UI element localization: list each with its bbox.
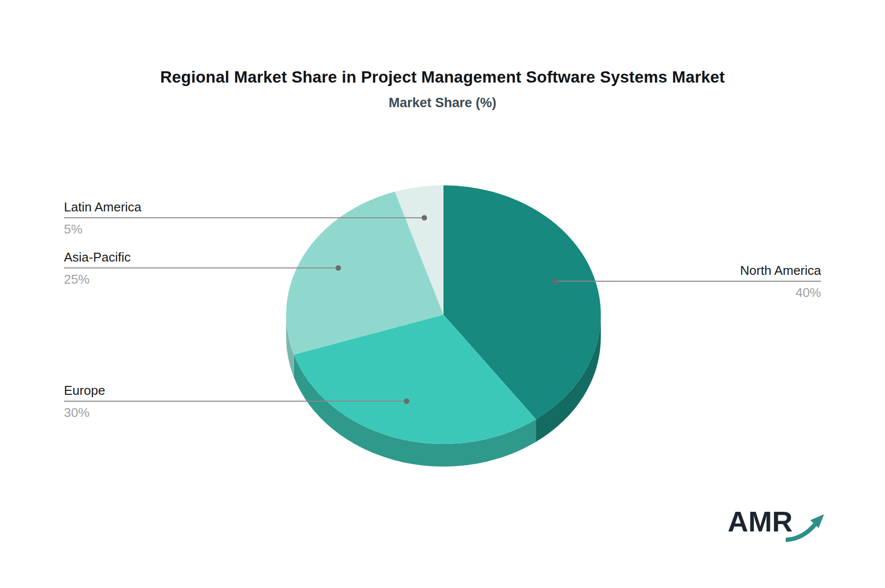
callout-dot-europe [404,399,410,404]
callout-latin-america: Latin America 5% [64,200,142,236]
callout-value: 40% [740,285,821,300]
chart-canvas: Regional Market Share in Project Managem… [0,0,885,588]
callout-label: Europe [64,383,105,398]
callout-dot-latin-america [422,215,427,221]
callout-north-america: North America 40% [740,263,821,300]
callout-dot-asia-pacific [336,265,341,271]
callout-label: Latin America [64,200,142,214]
callout-europe: Europe 30% [64,383,105,420]
amr-logo: AMR [728,507,831,543]
callout-label: Asia-Pacific [64,250,131,265]
callout-dot-north-america [553,279,558,284]
callout-asia-pacific: Asia-Pacific 25% [64,250,131,287]
amr-logo-arrow-icon [786,512,831,543]
amr-logo-text: AMR [728,507,793,536]
callout-value: 25% [64,272,131,287]
callout-value: 30% [64,405,105,420]
callout-label: North America [740,263,821,278]
callout-value: 5% [64,222,142,236]
